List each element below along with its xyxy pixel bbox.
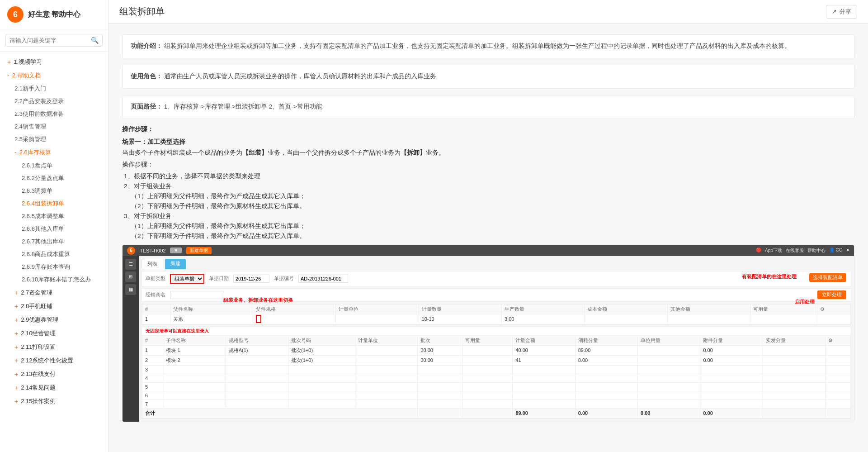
col-header-9: 可用量 — [750, 304, 817, 314]
path-label: 页面路径： — [131, 103, 162, 110]
step3-sub1: （1）上部明细为父件明细，最终作为原材料生成其它出库单； — [131, 222, 854, 230]
sidebar-item-26[interactable]: - 2.6库存核算 — [0, 146, 108, 159]
mock-sidenav: ☰ ⊞ ▦ — [123, 256, 139, 422]
mock-select-btn[interactable]: 选择装配清单 — [809, 273, 846, 282]
main-area: 组装拆卸单 ↗ 分享 功能介绍： 组装拆卸单用来处理企业组装或拆卸等加工业务，支… — [108, 0, 868, 452]
sidebar-item-264[interactable]: 2.6.4组装拆卸单 — [0, 197, 108, 210]
plus-icon: + — [14, 303, 18, 310]
sidebar-item-label: 2.8手机旺铺 — [21, 302, 52, 310]
plus-icon: + — [14, 398, 18, 405]
screenshot-container: 6 TEST-H002 ▼ 新建单据 🔴 App下载 在线客服 帮助中心 👤 C… — [122, 245, 854, 422]
sidebar-item-docs[interactable]: - 2.帮助文档 — [0, 69, 108, 82]
sidebar-item-label: 2.14常见问题 — [21, 384, 56, 392]
sidebar-item-25[interactable]: 2.5采购管理 — [0, 133, 108, 146]
mock-confirm-btn[interactable]: 立即处理 — [817, 290, 846, 299]
sidebar-item-label: 2.帮助文档 — [12, 71, 41, 80]
sidebar-item-label: 2.13在线支付 — [21, 370, 56, 378]
sidebar-item-210[interactable]: + 2.10经营管理 — [0, 327, 108, 340]
col-header-8: 其他金额 — [667, 304, 750, 314]
sidebar-item-213[interactable]: + 2.13在线支付 — [0, 367, 108, 381]
sidebar-item-label: 2.6库存核算 — [19, 148, 51, 157]
col-header-1: # — [142, 304, 170, 314]
mock-flag-icon: 🔴 — [756, 247, 761, 254]
topbar: 组装拆卸单 ↗ 分享 — [108, 0, 868, 24]
col-header-7: 成本金额 — [585, 304, 667, 314]
form-type-label: 单据类型 — [146, 275, 165, 282]
sidebar-item-label: 2.15操作案例 — [21, 397, 56, 405]
path-text: 1、库存核算->库存管理->组装拆卸单 2、首页->常用功能 — [164, 103, 322, 110]
form-type-select[interactable]: 组装单据 — [170, 274, 204, 284]
step3: 3、对于拆卸业务 — [122, 212, 854, 220]
minus-icon: - — [7, 72, 9, 79]
step3-sub2: （2）下部明细为子件明细，最终作为产成品生成其它入库单。 — [131, 232, 854, 240]
role-label: 使用角色： — [131, 73, 162, 80]
sidebar: 6 好生意 帮助中心 🔍 + 1.视频学习 - 2.帮助文档 2.1新手入门 2… — [0, 0, 108, 452]
mock-logo: 6 — [127, 247, 135, 255]
form-no-label: 单据编号 — [274, 275, 294, 282]
mock-nav-icon-3: ▦ — [125, 284, 136, 295]
sidebar-item-262[interactable]: 2.6.2分量盘点单 — [0, 172, 108, 185]
form-no-input[interactable] — [298, 275, 348, 283]
form-client-label: 经销商名 — [146, 291, 165, 298]
table-row: 3 — [142, 365, 851, 374]
plus-icon: + — [14, 330, 18, 337]
share-button[interactable]: ↗ 分享 — [826, 5, 857, 19]
role-block: 使用角色： 通常由生产人员或库管人员完成拆装业务的操作，库管人员确认原材料的出库… — [122, 65, 854, 89]
sidebar-item-215[interactable]: + 2.15操作案例 — [0, 395, 108, 408]
table-row: 5 — [142, 382, 851, 391]
path-block: 页面路径： 1、库存核算->库存管理->组装拆卸单 2、首页->常用功能 — [122, 95, 854, 119]
annotation1-controls: 选择装配清单 — [809, 273, 846, 282]
step2-sub1: （1）上部明细为父件明细，最终作为产成品生成其它入库单； — [131, 192, 854, 200]
mock-upper-table: # 父件名称 父件规格 计量单位 计量数量 生产数量 成本金额 其他金额 — [142, 304, 851, 325]
sidebar-item-266[interactable]: 2.6.6其他入库单 — [0, 223, 108, 235]
sidebar-item-261[interactable]: 2.6.1盘点单 — [0, 159, 108, 172]
form-client-input[interactable] — [170, 291, 224, 299]
table-row: 7 — [142, 400, 851, 408]
search-icon[interactable]: 🔍 — [91, 37, 99, 44]
sidebar-item-211[interactable]: + 2.11打印设置 — [0, 340, 108, 354]
nav-tree: + 1.视频学习 - 2.帮助文档 2.1新手入门 2.2产品安装及登录 2.3… — [0, 52, 108, 452]
sidebar-item-214[interactable]: + 2.14常见问题 — [0, 381, 108, 395]
mock-app-window: 6 TEST-H002 ▼ 新建单据 🔴 App下载 在线客服 帮助中心 👤 C… — [123, 245, 854, 422]
mock-form-row: 单据类型 组装单据 单据日期 单据编号 有装配清单的在这里处理 — [142, 271, 851, 286]
sidebar-item-24[interactable]: 2.4销售管理 — [0, 120, 108, 133]
mock-help-icon: 在线客服 — [786, 247, 804, 254]
search-box: 🔍 — [5, 34, 103, 47]
sidebar-item-29[interactable]: + 2.9优惠券管理 — [0, 313, 108, 327]
sidebar-item-22[interactable]: 2.2产品安装及登录 — [0, 95, 108, 108]
mock-main-area: ☰ ⊞ ▦ 列表 新建 — [123, 256, 854, 422]
sidebar-item-video[interactable]: + 1.视频学习 — [0, 55, 108, 69]
sidebar-item-23[interactable]: 2.3使用前数据准备 — [0, 108, 108, 120]
col-header-4: 计量单位 — [336, 304, 419, 314]
mock-tab-list: 列表 — [142, 259, 163, 269]
feature-intro-text: 组装拆卸单用来处理企业组装或拆卸等加工业务，支持有固定装配清单的产品加工业务，也… — [164, 43, 791, 49]
logo-text: 好生意 帮助中心 — [28, 10, 80, 19]
logo-area: 6 好生意 帮助中心 — [0, 0, 108, 29]
scenario1-title: 场景一：加工类型选择 — [122, 138, 854, 146]
mock-toolbar-new: 新建单据 — [186, 247, 212, 254]
sidebar-item-265[interactable]: 2.6.5成本调整单 — [0, 210, 108, 223]
step2: 2、对于组装业务 — [122, 182, 854, 190]
sidebar-item-27[interactable]: + 2.7资金管理 — [0, 286, 108, 300]
annotation1-text: 有装配清单的在这里处理 — [742, 273, 797, 280]
sidebar-item-21[interactable]: 2.1新手入门 — [0, 82, 108, 95]
search-input[interactable] — [9, 37, 91, 44]
sidebar-item-267[interactable]: 2.6.7其他出库单 — [0, 235, 108, 248]
form-date-input[interactable] — [233, 275, 269, 283]
col-header-6: 生产数量 — [501, 304, 584, 314]
sidebar-item-268[interactable]: 2.6.8商品成本重算 — [0, 248, 108, 261]
annotation4-text: 无固定清单可以直接在这里录入 — [142, 327, 851, 335]
share-icon: ↗ — [832, 8, 837, 15]
table-row: 4 — [142, 374, 851, 382]
sidebar-item-2610[interactable]: 2.6.10库存账本错了怎么办 — [0, 273, 108, 286]
col-header-2: 父件名称 — [170, 304, 253, 314]
sidebar-item-269[interactable]: 2.6.9库存账本查询 — [0, 261, 108, 273]
sidebar-item-28[interactable]: + 2.8手机旺铺 — [0, 300, 108, 313]
sidebar-item-263[interactable]: 2.6.3调拨单 — [0, 185, 108, 197]
mock-close-icon[interactable]: ✕ — [846, 247, 849, 254]
search-area: 🔍 — [0, 29, 108, 52]
plus-icon: + — [7, 58, 11, 66]
mock-content: 列表 新建 单据类型 组装单据 单据日期 单 — [139, 256, 854, 422]
sidebar-item-212[interactable]: + 2.12系统个性化设置 — [0, 354, 108, 367]
col-header-10: ⚙ — [817, 304, 851, 314]
